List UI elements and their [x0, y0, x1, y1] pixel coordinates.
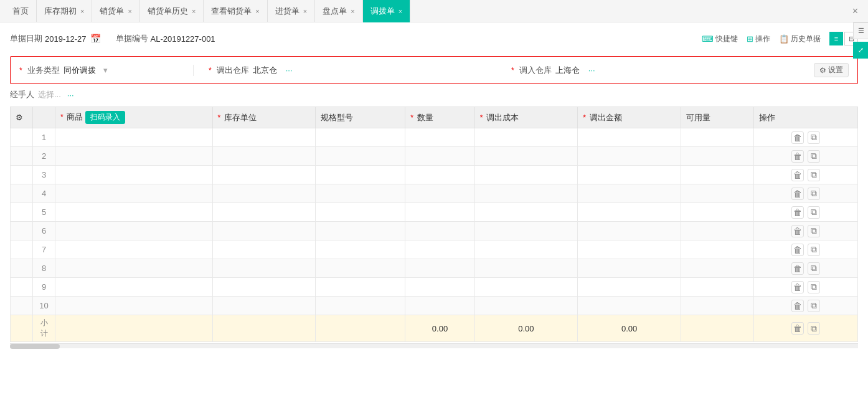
delete-icon[interactable]: 🗑	[791, 206, 804, 219]
tab-transfer-close[interactable]: ×	[399, 7, 402, 15]
row-spec-cell[interactable]	[316, 259, 405, 278]
row-unit-cell[interactable]	[212, 222, 316, 240]
settings-button[interactable]: ⚙ 设置	[814, 63, 849, 77]
row-unit-cell[interactable]	[212, 128, 316, 147]
tab-sales-history[interactable]: 销货单历史 ×	[140, 0, 204, 22]
tab-inventory-init[interactable]: 库存期初 ×	[37, 0, 92, 22]
tab-check-sales-close[interactable]: ×	[255, 7, 259, 15]
copy-icon[interactable]: ⧉	[808, 131, 820, 144]
row-unit-cell[interactable]	[212, 297, 316, 315]
row-unit-cell[interactable]	[212, 147, 316, 166]
row-cost-cell[interactable]	[474, 240, 578, 259]
row-product-cell[interactable]	[55, 128, 213, 147]
row-available-cell[interactable]	[681, 184, 753, 203]
scroll-track[interactable]	[10, 343, 858, 348]
copy-icon[interactable]: ⧉	[808, 206, 820, 219]
row-amount-cell[interactable]	[578, 259, 681, 278]
row-cost-cell[interactable]	[474, 184, 578, 203]
row-spec-cell[interactable]	[316, 184, 405, 203]
tab-sales-history-close[interactable]: ×	[192, 7, 196, 15]
row-spec-cell[interactable]	[316, 203, 405, 222]
row-spec-cell[interactable]	[316, 222, 405, 240]
history-btn[interactable]: 📋 历史单据	[779, 34, 821, 44]
handler-input[interactable]: 选择...	[38, 89, 61, 100]
row-cost-cell[interactable]	[474, 297, 578, 315]
delete-icon[interactable]: 🗑	[791, 244, 804, 256]
row-cost-cell[interactable]	[474, 259, 578, 278]
tab-transfer[interactable]: 调拨单 ×	[363, 0, 410, 22]
row-quantity-cell[interactable]	[405, 240, 474, 259]
tab-sales-order-close[interactable]: ×	[128, 7, 131, 15]
delete-icon[interactable]: 🗑	[791, 131, 804, 144]
row-quantity-cell[interactable]	[405, 203, 474, 222]
th-settings[interactable]: ⚙	[11, 107, 33, 128]
row-cost-cell[interactable]	[474, 128, 578, 147]
row-cost-cell[interactable]	[474, 278, 578, 297]
row-cost-cell[interactable]	[474, 147, 578, 166]
row-quantity-cell[interactable]	[405, 259, 474, 278]
operations-btn[interactable]: ⊞ 操作	[747, 34, 770, 44]
tab-inventory-init-close[interactable]: ×	[80, 7, 84, 15]
row-spec-cell[interactable]	[316, 278, 405, 297]
handler-more-icon[interactable]: ···	[67, 90, 74, 100]
row-product-cell[interactable]	[55, 297, 213, 315]
delete-icon[interactable]: 🗑	[791, 188, 804, 200]
business-type-dropdown-icon[interactable]: ▾	[103, 65, 108, 75]
row-quantity-cell[interactable]	[405, 184, 474, 203]
tab-home[interactable]: 首页	[2, 0, 37, 22]
row-amount-cell[interactable]	[578, 147, 681, 166]
row-spec-cell[interactable]	[316, 240, 405, 259]
row-amount-cell[interactable]	[578, 240, 681, 259]
sidebar-list-btn[interactable]: ☰	[853, 22, 868, 39]
row-available-cell[interactable]	[681, 128, 753, 147]
delete-icon[interactable]: 🗑	[791, 262, 804, 275]
row-spec-cell[interactable]	[316, 128, 405, 147]
delete-icon[interactable]: 🗑	[791, 169, 804, 181]
row-product-cell[interactable]	[55, 147, 213, 166]
scan-button[interactable]: 扫码录入	[85, 111, 125, 124]
copy-icon[interactable]: ⧉	[808, 300, 820, 312]
row-product-cell[interactable]	[55, 184, 213, 203]
row-amount-cell[interactable]	[578, 166, 681, 184]
copy-icon[interactable]: ⧉	[808, 225, 820, 237]
row-unit-cell[interactable]	[212, 184, 316, 203]
copy-icon[interactable]: ⧉	[808, 169, 820, 181]
row-amount-cell[interactable]	[578, 184, 681, 203]
row-quantity-cell[interactable]	[405, 147, 474, 166]
copy-icon[interactable]: ⧉	[808, 281, 820, 293]
row-amount-cell[interactable]	[578, 278, 681, 297]
copy-icon[interactable]: ⧉	[808, 322, 820, 335]
row-quantity-cell[interactable]	[405, 297, 474, 315]
row-quantity-cell[interactable]	[405, 128, 474, 147]
row-quantity-cell[interactable]	[405, 166, 474, 184]
row-available-cell[interactable]	[681, 222, 753, 240]
transfer-out-more-icon[interactable]: ···	[286, 65, 293, 75]
tab-stocktake[interactable]: 盘点单 ×	[315, 0, 362, 22]
tab-stocktake-close[interactable]: ×	[351, 7, 354, 15]
delete-icon[interactable]: 🗑	[791, 322, 804, 335]
delete-icon[interactable]: 🗑	[791, 281, 804, 293]
row-unit-cell[interactable]	[212, 240, 316, 259]
row-amount-cell[interactable]	[578, 222, 681, 240]
row-unit-cell[interactable]	[212, 166, 316, 184]
row-amount-cell[interactable]	[578, 297, 681, 315]
sidebar-expand-btn[interactable]: ⤢	[853, 42, 868, 59]
layout-list-icon[interactable]: ≡	[829, 32, 843, 45]
delete-icon[interactable]: 🗑	[791, 300, 804, 312]
row-available-cell[interactable]	[681, 240, 753, 259]
row-product-cell[interactable]	[55, 222, 213, 240]
delete-icon[interactable]: 🗑	[791, 150, 804, 163]
row-unit-cell[interactable]	[212, 278, 316, 297]
row-product-cell[interactable]	[55, 278, 213, 297]
tab-sales-order[interactable]: 销货单 ×	[92, 0, 139, 22]
quick-keys-btn[interactable]: ⌨ 快捷键	[702, 34, 738, 44]
row-available-cell[interactable]	[681, 278, 753, 297]
copy-icon[interactable]: ⧉	[808, 244, 820, 256]
row-quantity-cell[interactable]	[405, 278, 474, 297]
row-cost-cell[interactable]	[474, 166, 578, 184]
row-unit-cell[interactable]	[212, 203, 316, 222]
copy-icon[interactable]: ⧉	[808, 150, 820, 163]
copy-icon[interactable]: ⧉	[808, 262, 820, 275]
row-quantity-cell[interactable]	[405, 222, 474, 240]
row-unit-cell[interactable]	[212, 259, 316, 278]
